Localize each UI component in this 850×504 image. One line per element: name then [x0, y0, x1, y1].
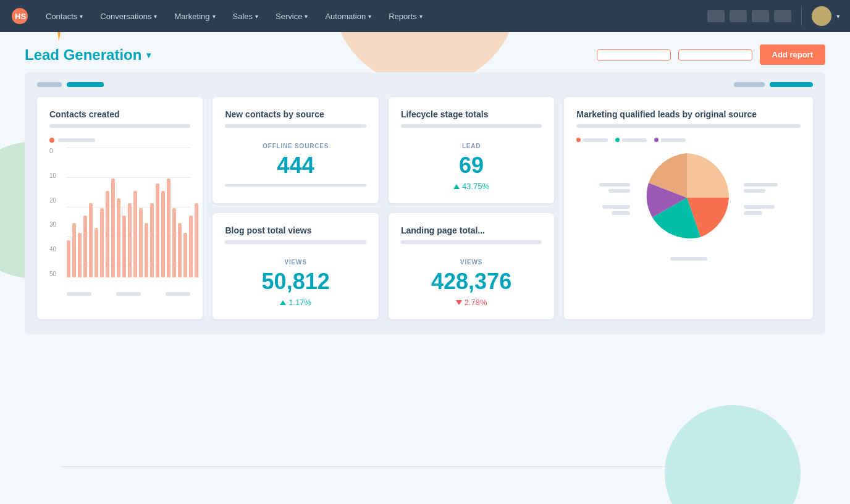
pie-chart-container [576, 148, 801, 250]
conversations-chevron: ▾ [154, 13, 157, 20]
nav-items: Contacts ▾ Conversations ▾ Marketing ▾ S… [37, 0, 707, 32]
nav-divider [801, 7, 802, 25]
user-avatar[interactable] [812, 6, 831, 26]
bar-8 [111, 178, 115, 277]
blog-post-subtitle-bar [225, 240, 366, 244]
bar-7 [106, 191, 109, 277]
nav-icon-2[interactable] [730, 10, 747, 22]
nav-icon-4[interactable] [774, 10, 791, 22]
pie-dot-3 [654, 138, 659, 142]
dashboard-content: Contacts created 50 40 30 20 10 0 [25, 72, 825, 334]
nav-contacts[interactable]: Contacts ▾ [37, 0, 91, 32]
filter-pill-active-2 [770, 82, 813, 87]
bar-4 [89, 203, 93, 277]
landing-views-change: 2.78% [401, 298, 542, 307]
nav-icon-3[interactable] [752, 10, 769, 22]
pie-legend-3 [654, 138, 686, 142]
filter-button-2[interactable] [678, 49, 752, 61]
nav-automation[interactable]: Automation ▾ [316, 0, 380, 32]
bar-14 [145, 223, 148, 277]
contacts-created-subtitle-bar [49, 124, 190, 128]
bar-5 [95, 228, 98, 277]
filter-button-1[interactable] [597, 49, 671, 61]
new-contacts-title: New contacts by source [225, 109, 366, 119]
filter-pill-active [67, 82, 104, 87]
left-label-1a [599, 183, 630, 187]
pie-chart-svg-container [638, 148, 736, 250]
landing-page-views-card: Landing page total... VIEWS 428,376 2.78… [389, 213, 554, 319]
landing-views-label: VIEWS [401, 259, 542, 266]
new-contacts-bar [225, 184, 366, 187]
y-axis-labels: 50 40 30 20 10 0 [49, 148, 64, 277]
mql-subtitle-bar [576, 124, 801, 128]
right-label-2b [744, 211, 762, 215]
bar-12 [133, 191, 137, 277]
right-label-1b [744, 189, 765, 193]
pie-legend-label-2 [622, 138, 647, 142]
filter-bar [37, 82, 813, 87]
bar-10 [122, 216, 126, 277]
reports-grid: Contacts created 50 40 30 20 10 0 [37, 97, 813, 319]
new-contacts-subtitle-bar [225, 124, 366, 128]
pie-dot-legend [576, 138, 801, 142]
left-label-2b [612, 211, 630, 215]
pie-chart-svg [638, 148, 736, 247]
pie-legend-2 [615, 138, 647, 142]
bar-19 [172, 208, 176, 277]
right-label-1a [744, 183, 778, 187]
lifecycle-stage-card: Lifecycle stage totals LEAD 69 43.75% [389, 97, 554, 203]
nav-sales[interactable]: Sales ▾ [224, 0, 267, 32]
chart-dot [49, 138, 54, 143]
x-label-2 [116, 292, 141, 296]
landing-views-value: 428,376 [401, 271, 542, 293]
bars-container [67, 148, 190, 277]
filter-pill-1 [37, 82, 62, 87]
mql-by-source-card: Marketing qualified leads by original so… [564, 97, 813, 319]
deco-teal-circle [665, 405, 801, 504]
dashboard-title[interactable]: Lead Generation ▾ [25, 46, 151, 64]
pie-legend-label-3 [661, 138, 686, 142]
bar-11 [128, 203, 132, 277]
landing-page-title: Landing page total... [401, 225, 542, 235]
filter-pills-left [37, 82, 104, 87]
pie-labels-right [744, 183, 778, 215]
bar-9 [117, 198, 120, 277]
dashboard-actions: Add report [597, 44, 825, 65]
x-axis-labels [67, 292, 190, 296]
sales-chevron: ▾ [255, 13, 258, 20]
bar-18 [167, 178, 170, 277]
new-contacts-value: 444 [225, 154, 366, 177]
nav-reports[interactable]: Reports ▾ [380, 0, 431, 32]
add-report-button[interactable]: Add report [760, 44, 825, 65]
contacts-created-card: Contacts created 50 40 30 20 10 0 [37, 97, 203, 319]
right-label-2a [744, 205, 775, 209]
bar-2 [78, 233, 82, 277]
landing-down-arrow [456, 300, 462, 305]
pie-legend-1 [576, 138, 608, 142]
bar-23 [195, 203, 198, 277]
pie-labels-left [599, 183, 630, 215]
filter-pill-3 [734, 82, 765, 87]
pie-bottom-pill [670, 257, 707, 261]
bar-chart-area: 50 40 30 20 10 0 [49, 148, 190, 296]
nav-service[interactable]: Service ▾ [267, 0, 316, 32]
marketing-chevron: ▾ [212, 13, 216, 20]
nav-icon-1[interactable] [707, 10, 725, 22]
left-label-2a [602, 205, 630, 209]
navbar: HS Contacts ▾ Conversations ▾ Marketing … [0, 0, 850, 32]
pie-legend-label-1 [583, 138, 608, 142]
blog-views-value: 50,812 [225, 271, 366, 293]
avatar-chevron: ▾ [836, 12, 840, 20]
new-contacts-by-source-card: New contacts by source OFFLINE SOURCES 4… [212, 97, 378, 203]
svg-text:HS: HS [15, 12, 26, 21]
blog-views-label: VIEWS [225, 259, 366, 266]
contacts-chevron: ▾ [80, 13, 83, 20]
nav-conversations[interactable]: Conversations ▾ [91, 0, 166, 32]
bar-22 [189, 216, 193, 277]
lifecycle-value: 69 [401, 154, 542, 177]
x-label-3 [166, 292, 190, 296]
lifecycle-title: Lifecycle stage totals [401, 109, 542, 119]
new-contacts-label: OFFLINE SOURCES [225, 143, 366, 149]
hubspot-logo: HS [10, 6, 30, 26]
nav-marketing[interactable]: Marketing ▾ [166, 0, 224, 32]
